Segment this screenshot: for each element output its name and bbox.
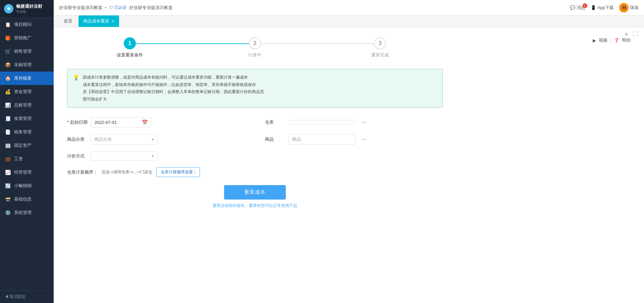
pricing-arrow-icon: ▾ (152, 154, 154, 158)
sidebar-item-label-tax: 税务管理 (14, 129, 32, 135)
sidebar-item-label-expense: 小畅报销 (14, 183, 32, 189)
assets-icon: 🏢 (5, 143, 11, 148)
account-selector[interactable]: 好业财专业版演示帐套 ▾ (59, 5, 106, 11)
sidebar-item-purchase[interactable]: 📦采购管理 (0, 58, 54, 72)
finance-icon: 💰 (5, 89, 11, 94)
pricing-select[interactable]: ▾ (91, 152, 158, 161)
goods-group: 商品 商品 ··· (245, 134, 443, 145)
warehouse-btn-label: 仓库计算顺序设置 (161, 169, 193, 175)
recalc-btn-label: 重算成本 (244, 189, 266, 195)
category-select[interactable]: 商品分类 ▾ (91, 134, 158, 145)
help-link[interactable]: 帮助 (622, 37, 631, 43)
sidebar-item-expense[interactable]: 🔄小畅报销 (0, 179, 54, 192)
marketing-icon: 🎁 (5, 35, 11, 41)
tab-home[interactable]: 首页 (59, 15, 77, 27)
inventory-icon: 🏠 (5, 76, 11, 81)
warehouse-input[interactable] (288, 120, 356, 125)
sales-icon: 🛒 (5, 49, 11, 54)
sidebar-item-basic[interactable]: 🗃️基础信息 (0, 192, 54, 206)
sidebar-item-salary[interactable]: 💼工资 (0, 152, 54, 166)
step-1-circle: 1 (124, 37, 136, 49)
main-area: 好业财专业版演示帐套 ▾ 🛡 已认证 好业财专业版演示帐套 💬 消息 1 📱 A… (54, 0, 644, 303)
goods-ellipsis-button[interactable]: ··· (359, 135, 369, 144)
message-icon: 💬 (570, 5, 575, 10)
sidebar-item-label-management: 经营管理 (14, 169, 32, 175)
recalculate-button[interactable]: 重算成本 (224, 185, 286, 200)
app-subtitle: 专业版 (16, 9, 42, 14)
goods-label: 商品 (265, 136, 285, 142)
stepper: 1 设置重算条件 2 计算中 3 重算完成 (67, 37, 443, 58)
phone-icon: 📱 (591, 5, 596, 10)
account-name: 好业财专业版演示帐套 (59, 5, 103, 11)
recalc-area: 重算成本 重算过程耗时较长，重算时您可以正常使用产品 (67, 185, 443, 209)
warehouse-label: 仓库 (265, 119, 285, 125)
goods-input[interactable]: 商品 (288, 134, 356, 145)
info-line-3: 若【系统设置】中启用了自动调整记账日期时，会调整入库单的整单记账日期，因此重新计… (83, 88, 264, 96)
sidebar-item-inventory[interactable]: 🏠库存核算 (0, 72, 54, 85)
category-label: 商品分类 (67, 136, 87, 142)
warehouse-order-label: 仓库计算顺序： (67, 169, 98, 175)
sidebar-item-marketing[interactable]: 🎁营销推广 (0, 31, 54, 45)
sidebar-header: 畅 畅捷通好业财 专业版 (0, 0, 54, 18)
sidebar-item-management[interactable]: 📈经营管理 (0, 166, 54, 179)
topbar: 好业财专业版演示帐套 ▾ 🛡 已认证 好业财专业版演示帐套 💬 消息 1 📱 A… (54, 0, 644, 15)
sidebar-footer[interactable]: ◀ 取消固定 (0, 290, 54, 303)
form-row-1: * 起始日期 2022-07-01 📅 仓库 ··· (67, 117, 443, 127)
app-title: 畅捷通好业财 (16, 3, 42, 9)
tabbar: 首页 商品成本重算 ✕ (54, 15, 644, 27)
step-1: 1 设置重算条件 (67, 37, 192, 58)
sidebar-item-finance[interactable]: 💰资金管理 (0, 85, 54, 98)
sidebar-item-invoice[interactable]: 🧾发票管理 (0, 112, 54, 125)
app-download-button[interactable]: 📱 App下载 (591, 5, 614, 11)
calendar-icon[interactable]: 📅 (142, 120, 148, 125)
pricing-group: 计价方式 ▾ (67, 152, 443, 161)
sidebar-item-tax[interactable]: 📑税务管理 (0, 125, 54, 139)
message-button[interactable]: 💬 消息 1 (570, 5, 585, 11)
notification-badge-count: 1 (583, 3, 587, 8)
warehouse-order-row: 仓库计算顺序： 总仓->深圳仓库->...->门店仓 仓库计算顺序设置 › (67, 167, 443, 177)
content-area: ✕ ⛶ ▶ 视频 | ❓ 帮助 1 设置重算条件 2 计算中 (54, 27, 644, 303)
play-icon: ▶ (593, 38, 596, 43)
user-profile[interactable]: 🐻 珠珠 (619, 3, 639, 12)
sidebar-item-label-project: 项目顾问 (14, 21, 32, 28)
tab-recalc-label: 商品成本重算 (83, 18, 109, 24)
sidebar-item-label-sales: 销售管理 (14, 48, 32, 54)
project-icon: 📋 (5, 22, 11, 27)
sidebar-item-assets[interactable]: 🏢固定资产 (0, 139, 54, 152)
sidebar-item-label-salary: 工资 (14, 156, 23, 162)
app-download-label: App下载 (597, 5, 614, 11)
form-row-2: 商品分类 商品分类 ▾ 商品 商品 ··· (67, 134, 443, 145)
video-link[interactable]: 视频 (599, 37, 607, 43)
expense-icon: 🔄 (5, 183, 11, 188)
app-logo: 畅 (4, 4, 13, 13)
sidebar-item-sales[interactable]: 🛒销售管理 (0, 45, 54, 58)
info-line-4: 围可能会扩大 (83, 96, 264, 103)
info-line-1: 因成本计算参数调整，或是对商品成本有疑问时，可以通过成本重算功能，重新计算一遍成… (83, 74, 264, 81)
start-date-input[interactable]: 2022-07-01 📅 (91, 117, 151, 127)
sidebar-item-project[interactable]: 📋项目顾问 (0, 18, 54, 31)
category-group: 商品分类 商品分类 ▾ (67, 134, 245, 145)
sidebar-item-label-basic: 基础信息 (14, 196, 32, 202)
avatar: 🐻 (619, 3, 629, 12)
form-row-3: 计价方式 ▾ (67, 152, 443, 161)
warehouse-ellipsis-button[interactable]: ··· (359, 118, 369, 127)
invoice-icon: 🧾 (5, 116, 11, 121)
goods-placeholder: 商品 (292, 136, 301, 142)
form-section: * 起始日期 2022-07-01 📅 仓库 ··· (67, 117, 443, 177)
sidebar-item-label-marketing: 营销推广 (14, 35, 32, 41)
unpin-label: ◀ 取消固定 (5, 294, 26, 300)
management-icon: 📈 (5, 170, 11, 175)
step-3-label: 重算完成 (371, 52, 389, 58)
sidebar-item-label-inventory: 库存核算 (14, 75, 32, 81)
accounting-icon: 📊 (5, 102, 11, 108)
tab-recalc[interactable]: 商品成本重算 ✕ (78, 15, 119, 27)
basic-icon: 🗃️ (5, 197, 11, 202)
maximize-button[interactable]: ⛶ (632, 31, 639, 38)
account-arrow-icon: ▾ (105, 6, 106, 9)
sidebar-item-accounting[interactable]: 📊总账管理 (0, 98, 54, 112)
sidebar-item-system[interactable]: ⚙️系统管理 (0, 206, 54, 219)
info-icon: 💡 (73, 74, 79, 103)
warehouse-order-settings-button[interactable]: 仓库计算顺序设置 › (156, 167, 200, 177)
tab-close-icon[interactable]: ✕ (111, 19, 114, 24)
recalc-hint: 重算过程耗时较长，重算时您可以正常使用产品 (213, 203, 297, 209)
